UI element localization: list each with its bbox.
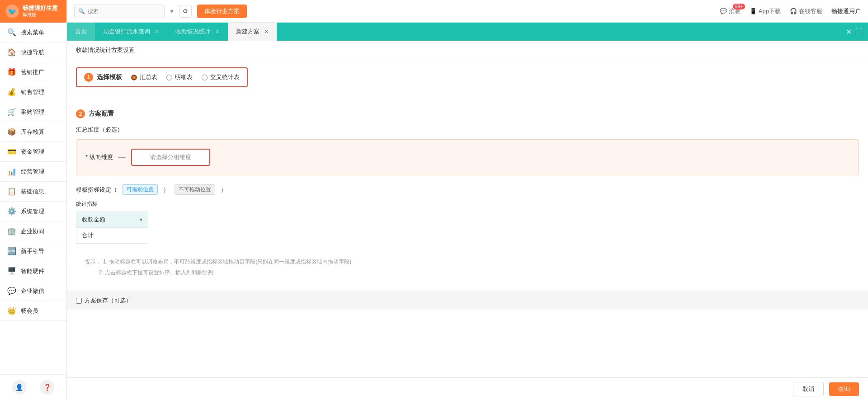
search-input[interactable]	[88, 8, 151, 14]
row-dim-label: * 纵向维度	[85, 153, 113, 161]
content-area: 收款情况统计方案设置 1 选择模板 汇总表	[67, 41, 868, 377]
tips-item-2: 2. 点击标题栏下拉可设置排序、插入列和删除列	[85, 267, 850, 278]
tabbar: 首页 现金银行流水查询 ✕ 收款情况统计 ✕ 新建方案 ✕ ✕ ⛶	[67, 23, 868, 41]
tabbar-expand-icon[interactable]: ⛶	[855, 28, 863, 36]
metrics-dropdown-arrow[interactable]: ▾	[140, 216, 142, 223]
search-icon: 🔍	[78, 8, 85, 14]
member-icon: 👑	[7, 306, 16, 315]
page-header: 收款情况统计方案设置	[67, 41, 868, 60]
tips-item-1: 提示： 1. 拖动标题栏可以调整布局，不可跨维度或指标区域拖动目字段(只能在同一…	[85, 256, 850, 267]
save-plan-checkbox-group[interactable]: 方案保存（可选）	[76, 296, 132, 305]
hardware-icon: 🖥️	[7, 267, 16, 275]
sidebar-bottom-icon-right[interactable]: ❓	[40, 380, 54, 395]
trial-industry-btn[interactable]: 体验行业方案	[197, 5, 247, 18]
tab-bank-flow[interactable]: 现金银行流水查询 ✕	[95, 23, 167, 41]
sidebar-bottom: 👤 ❓	[0, 374, 66, 400]
radio-detail[interactable]: 明细表	[166, 73, 193, 81]
main-area: 🔍 ▾ ⚙ 体验行业方案 💬 消息 99+ 📱 App下载 🎧 在线客服 畅捷通…	[67, 0, 868, 400]
topbar-right: 💬 消息 99+ 📱 App下载 🎧 在线客服 畅捷通用户	[720, 7, 861, 15]
sidebar-item-basic[interactable]: 📋 基础信息	[0, 182, 66, 202]
sidebar-item-operation[interactable]: 📊 经营管理	[0, 162, 66, 182]
save-plan-label[interactable]: 方案保存（可选）	[85, 296, 132, 305]
username-label: 畅捷通用户	[831, 7, 861, 15]
radio-summary[interactable]: 汇总表	[131, 73, 157, 81]
step2-label: 方案配置	[89, 110, 114, 118]
tab-receipt-stats-close[interactable]: ✕	[215, 28, 220, 35]
draggable-tag: 可拖动位置	[123, 184, 158, 195]
step2-header: 2 方案配置	[76, 109, 859, 118]
stats-label: 统计指标	[76, 198, 148, 210]
sidebar-item-sales[interactable]: 💰 销售管理	[0, 82, 66, 102]
sidebar-item-enterprise[interactable]: 🏢 企业协同	[0, 221, 66, 241]
topbar-search-box[interactable]: 🔍	[74, 5, 165, 18]
gift-icon: 🎁	[7, 68, 16, 76]
step1-section: 1 选择模板 汇总表 明细表	[67, 60, 868, 102]
sidebar-item-system[interactable]: ⚙️ 系统管理	[0, 202, 66, 221]
sidebar-item-member[interactable]: 👑 畅会员	[0, 301, 66, 321]
logo-text: 畅捷通好生意 标准版	[23, 5, 58, 18]
dim-select-btn[interactable]: 请选择分组维度	[131, 149, 210, 166]
purchase-icon: 🛒	[7, 108, 16, 116]
metrics-stats-section: 统计指标 收款金额 ▾ 合计	[76, 198, 148, 244]
step1-header: 1 选择模板 汇总表 明细表	[76, 67, 859, 87]
guide-icon: 🆕	[7, 247, 16, 255]
message-icon: 💬	[720, 8, 727, 14]
sidebar-item-wechat[interactable]: 💬 企业微信	[0, 281, 66, 301]
action-bar: 取消 查询	[67, 377, 868, 400]
inventory-icon: 📦	[7, 127, 16, 136]
wechat-icon: 💬	[7, 287, 16, 295]
sidebar-item-finance[interactable]: 💳 资金管理	[0, 142, 66, 162]
topbar-gear-btn[interactable]: ⚙	[179, 5, 192, 18]
tab-new-plan-close[interactable]: ✕	[264, 28, 269, 35]
message-btn[interactable]: 💬 消息 99+	[720, 7, 741, 15]
content-inner: 收款情况统计方案设置 1 选择模板 汇总表	[67, 41, 868, 377]
sidebar-item-inventory[interactable]: 📦 库存核算	[0, 122, 66, 142]
query-button[interactable]: 查询	[829, 382, 859, 396]
tips-label: 提示：	[85, 256, 101, 267]
tabbar-actions: ✕ ⛶	[846, 28, 868, 36]
logo-icon: 🐦	[5, 5, 19, 18]
operation-icon: 📊	[7, 167, 16, 176]
sidebar-item-quick-nav[interactable]: 🏠 快捷导航	[0, 42, 66, 62]
footer-section: 方案保存（可选）	[67, 291, 868, 310]
template-radio-group: 汇总表 明细表 交叉统计表	[131, 73, 240, 81]
template-selection-box: 1 选择模板 汇总表 明细表	[76, 67, 248, 87]
sidebar-logo: 🐦 畅捷通好生意 标准版	[0, 0, 66, 23]
sidebar-item-hardware[interactable]: 🖥️ 智能硬件	[0, 261, 66, 281]
metrics-table: 收款金额 ▾ 合计	[76, 212, 148, 244]
tab-receipt-stats[interactable]: 收款情况统计 ✕	[167, 23, 228, 41]
dimension-title: 汇总维度（必选）	[76, 126, 859, 134]
cancel-button[interactable]: 取消	[793, 382, 824, 396]
sidebar-item-guide[interactable]: 🆕 新手引导	[0, 241, 66, 261]
save-plan-checkbox[interactable]	[76, 298, 82, 304]
page-title: 收款情况统计方案设置	[76, 47, 135, 53]
step2-badge: 2	[76, 109, 85, 118]
tabbar-close-all-icon[interactable]: ✕	[846, 28, 852, 36]
topbar: 🔍 ▾ ⚙ 体验行业方案 💬 消息 99+ 📱 App下载 🎧 在线客服 畅捷通…	[67, 0, 868, 23]
metrics-table-row-total: 合计	[76, 228, 148, 243]
topbar-dropdown-arrow[interactable]: ▾	[170, 7, 174, 15]
sidebar-item-purchase[interactable]: 🛒 采购管理	[0, 102, 66, 122]
tab-home[interactable]: 首页	[67, 23, 95, 41]
tab-bank-flow-close[interactable]: ✕	[155, 28, 159, 35]
metrics-layout: 统计指标 收款金额 ▾ 合计	[76, 198, 859, 244]
online-support-btn[interactable]: 🎧 在线客服	[790, 7, 822, 15]
non-draggable-tag: 不可拖动位置	[175, 184, 215, 195]
app-download-btn[interactable]: 📱 App下载	[750, 7, 781, 15]
radio-crosstab[interactable]: 交叉统计表	[202, 73, 240, 81]
sidebar-bottom-icon-left[interactable]: 👤	[12, 380, 27, 395]
basic-icon: 📋	[7, 187, 16, 196]
home-icon: 🏠	[7, 48, 16, 56]
support-icon: 🎧	[790, 8, 797, 14]
metrics-header: 模板指标设定（ 可拖动位置 ） 不可拖动位置 ）	[76, 184, 859, 195]
sidebar-item-marketing[interactable]: 🎁 营销推广	[0, 62, 66, 82]
finance-icon: 💳	[7, 147, 16, 156]
enterprise-icon: 🏢	[7, 227, 16, 235]
metrics-table-header: 收款金额 ▾	[76, 212, 148, 228]
search-icon: 🔍	[7, 28, 16, 37]
tab-new-plan[interactable]: 新建方案 ✕	[228, 23, 277, 41]
sidebar-item-search[interactable]: 🔍 搜索菜单	[0, 23, 66, 42]
sales-icon: 💰	[7, 88, 16, 96]
system-icon: ⚙️	[7, 207, 16, 216]
tips-section: 提示： 1. 拖动标题栏可以调整布局，不可跨维度或指标区域拖动目字段(只能在同一…	[76, 251, 859, 283]
